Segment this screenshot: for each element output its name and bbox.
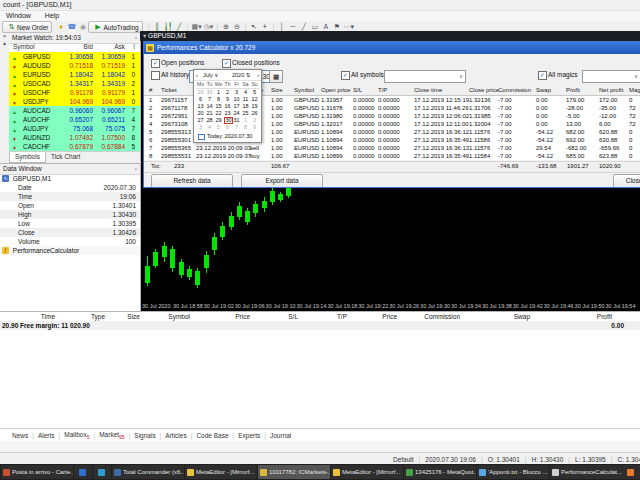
terminal-col-header[interactable]: S/L — [288, 313, 298, 320]
all-history-checkbox[interactable] — [151, 71, 160, 80]
market-watch-row[interactable]: ▲AUDJPY75.06875.0757 — [9, 124, 140, 133]
menu-help[interactable]: Help — [39, 11, 65, 21]
taskbar-item[interactable]: 13425176 - MetaQuot... — [404, 465, 476, 479]
contact-icon[interactable]: ☎ — [67, 22, 76, 32]
dialog-col-header[interactable]: # — [149, 87, 152, 93]
tab-code-base[interactable]: Code Base — [192, 432, 232, 439]
terminal-col-header[interactable]: Commission — [424, 313, 460, 320]
taskbar-item[interactable]: PerformanceCalculat... — [550, 465, 622, 479]
calendar-day[interactable]: 20 — [196, 110, 205, 117]
alert-icon[interactable]: ♦ — [56, 22, 65, 32]
calendar-day[interactable]: 19 — [250, 103, 259, 110]
calendar-year-spinner[interactable]: 2020 ⇅ — [232, 70, 250, 80]
tab-mailbox[interactable]: Mailbox5 — [60, 431, 93, 440]
date-picker-button[interactable]: ▦▼ — [269, 70, 283, 83]
taskbar-icon-item[interactable] — [622, 465, 640, 479]
tab-articles[interactable]: Articles — [161, 432, 190, 439]
dialog-table-row[interactable]: 829855553123.12.2019 20:09:37buy1.00EURU… — [144, 152, 640, 161]
calendar-day[interactable]: 25 — [241, 110, 250, 117]
new-order-button[interactable]: ⇅ New Order — [2, 21, 52, 33]
calendar-day[interactable]: 4 — [241, 89, 250, 96]
dialog-col-header[interactable]: Commission — [498, 87, 531, 93]
terminal-empty-area[interactable] — [0, 330, 640, 428]
calendar-day[interactable]: 7 — [205, 96, 214, 103]
taskbar-item[interactable]: MetaEditor - [Mirrorf... — [331, 465, 403, 479]
market-watch-row[interactable]: ▲AUDCHF0.652070.652114 — [9, 115, 140, 124]
taskbar-item[interactable]: MetaEditor - [Mirrorf... — [185, 465, 257, 479]
market-watch-row[interactable]: ▼USDJPY104.969104.9690 — [9, 97, 140, 106]
symbols-combobox[interactable]: ∨ — [384, 70, 466, 83]
calendar-day[interactable]: 5 — [214, 124, 223, 131]
magics-combobox[interactable]: ∨ — [582, 70, 640, 83]
calendar-day[interactable]: 11 — [241, 96, 250, 103]
terminal-col-header[interactable]: Size — [127, 313, 140, 320]
dialog-col-header[interactable]: Size — [271, 87, 283, 93]
taskbar-item[interactable]: Total Commander (x6... — [112, 465, 184, 479]
calendar-day[interactable]: 7 — [232, 124, 241, 131]
market-watch-row[interactable]: ▼CADCHF0.678790.678845 — [9, 142, 140, 151]
calendar-day[interactable]: 1 — [214, 89, 223, 96]
calendar-next-icon[interactable]: › — [257, 70, 259, 80]
all-symbols-checkbox[interactable]: ✓ — [341, 71, 350, 80]
dialog-col-header[interactable]: Profit — [566, 87, 580, 93]
calendar-day[interactable]: 14 — [205, 103, 214, 110]
tab-tick-chart[interactable]: Tick Chart — [46, 152, 85, 163]
taskbar-item[interactable]: 11017782: ICMarkets-... — [258, 465, 330, 479]
taskbar-item[interactable]: Posta in arrivo - Carte... — [1, 465, 73, 479]
calendar-prev-icon[interactable]: ‹ — [196, 70, 198, 80]
panel-menu-icon[interactable]: ▫ — [135, 164, 137, 174]
calendar-day[interactable]: 8 — [241, 124, 250, 131]
dialog-titlebar[interactable]: ▦ Performances Calculator x 20.729 — [144, 42, 640, 54]
tab-journal[interactable]: Journal — [266, 432, 295, 439]
dialog-col-header[interactable]: Ticket — [161, 87, 177, 93]
terminal-col-header[interactable]: Price — [235, 313, 250, 320]
calendar-day[interactable]: 29 — [196, 89, 205, 96]
taskbar-icon-item[interactable] — [74, 465, 92, 479]
calendar-day[interactable]: 3 — [196, 124, 205, 131]
calendar-day[interactable]: 5 — [250, 89, 259, 96]
calendar-day[interactable]: 27 — [196, 117, 205, 124]
calendar-day[interactable]: 12 — [250, 96, 259, 103]
dialog-col-header[interactable]: Open price — [321, 87, 350, 93]
all-magics-checkbox[interactable]: ✓ — [538, 71, 547, 80]
menu-window[interactable]: Window — [0, 11, 37, 21]
calendar-day[interactable]: 17 — [232, 103, 241, 110]
closed-positions-checkbox[interactable]: ✓ — [222, 59, 231, 68]
calendar-day[interactable]: 13 — [196, 103, 205, 110]
calendar-month-select[interactable]: July ∨ — [203, 70, 218, 80]
calendar-day[interactable]: 6 — [196, 96, 205, 103]
open-positions-checkbox[interactable]: ✓ — [151, 59, 160, 68]
dialog-col-header[interactable]: Swap — [536, 87, 551, 93]
market-watch-row[interactable]: ▲EURUSD1.180421.180420 — [9, 70, 140, 79]
calendar-day[interactable]: 31 — [232, 117, 241, 124]
calendar-day[interactable]: 8 — [214, 96, 223, 103]
refresh-data-button[interactable]: Refresh data — [151, 174, 233, 188]
calendar-day[interactable]: 1 — [241, 117, 250, 124]
calendar-day[interactable]: 21 — [205, 110, 214, 117]
taskbar-icon-item[interactable] — [93, 465, 111, 479]
market-watch-row[interactable]: ▼USDCHF0.911780.911791 — [9, 88, 140, 97]
calendar-day[interactable]: 18 — [241, 103, 250, 110]
calendar-day[interactable]: 4 — [205, 124, 214, 131]
calendar-day[interactable]: 3 — [232, 89, 241, 96]
chart-window-titlebar[interactable]: ▾ GBPUSD,M1 — [140, 31, 640, 41]
calendar-day[interactable]: 15 — [214, 103, 223, 110]
terminal-col-header[interactable]: Swap — [514, 313, 530, 320]
market-watch-row[interactable]: ▲AUDCAD0.960600.960677 — [9, 106, 140, 115]
autotrading-button[interactable]: ▶ AutoTrading — [88, 21, 142, 33]
dialog-col-header[interactable]: Close time — [414, 87, 442, 93]
tab-experts[interactable]: Experts — [234, 432, 264, 439]
calendar-day[interactable]: 28 — [205, 117, 214, 124]
tab-signals[interactable]: Signals — [130, 432, 159, 439]
calendar-day[interactable]: 16 — [223, 103, 232, 110]
market-watch-row[interactable]: ▲USDCAD1.343171.343192 — [9, 79, 140, 88]
calendar-day[interactable]: 30 — [205, 89, 214, 96]
taskbar-item[interactable]: 'Appunti.txt - Blocco ... — [477, 465, 549, 479]
panel-menu-icon[interactable]: ▫ — [135, 33, 137, 43]
close-button[interactable]: Close — [613, 174, 640, 188]
calendar-day[interactable]: 9 — [223, 96, 232, 103]
scroll-up-icon[interactable]: ▴ — [0, 39, 9, 46]
calendar-day[interactable]: 2 — [250, 117, 259, 124]
terminal-col-header[interactable]: Profit — [597, 313, 612, 320]
tab-alerts[interactable]: Alerts — [34, 432, 59, 439]
